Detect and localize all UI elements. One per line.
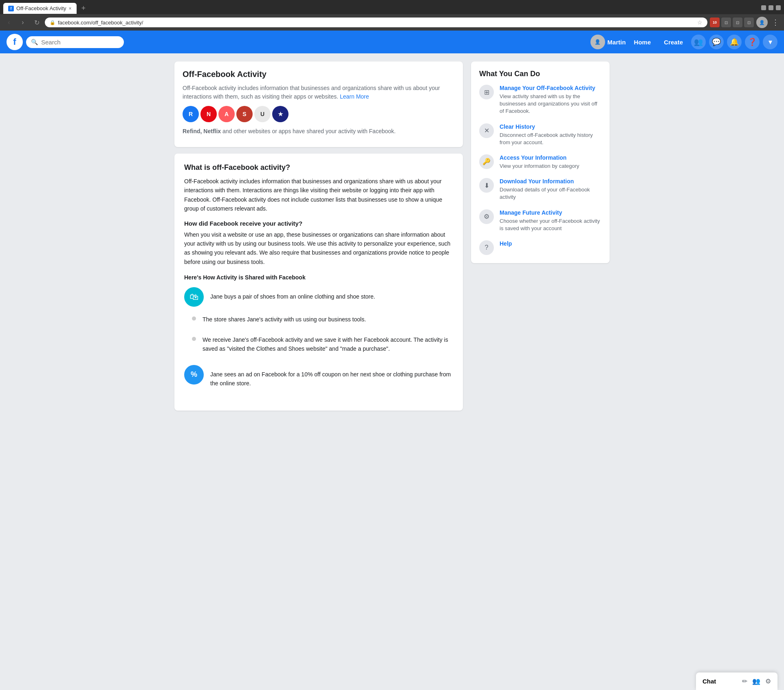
access-link[interactable]: Access Your Information: [500, 154, 601, 161]
action-clear[interactable]: ✕ Clear History Disconnect off-Facebook …: [479, 123, 601, 146]
action-help[interactable]: ? Help: [479, 240, 601, 255]
tab-favicon: f: [8, 6, 14, 11]
address-bar[interactable]: 🔒 facebook.com/off_facebook_activity/ ☆: [45, 18, 707, 27]
help-action-icon: ?: [479, 240, 494, 255]
action-manage[interactable]: ⊞ Manage Your Off-Facebook Activity View…: [479, 85, 601, 115]
app-icon-netflix: N: [200, 106, 217, 122]
story-item-1: 🛍 Jane buys a pair of shoes from an onli…: [184, 287, 453, 307]
story-text-2: Jane sees an ad on Facebook for a 10% of…: [210, 365, 453, 388]
browser-chrome: f Off-Facebook Activity × + ‹ › ↻ 🔒 face…: [0, 0, 784, 31]
future-link[interactable]: Manage Future Activity: [500, 209, 601, 216]
facebook-nav: 👤 Martin Home Create 👥 💬 🔔 ❓ ▾: [590, 35, 777, 49]
action-download[interactable]: ⬇ Download Your Information Download det…: [479, 178, 601, 201]
friends-icon[interactable]: 👥: [691, 35, 706, 49]
help-link[interactable]: Help: [500, 240, 601, 247]
info-title: What is off-Facebook activity?: [184, 163, 453, 172]
help-icon[interactable]: ❓: [745, 35, 760, 49]
left-panel: Off-Facebook Activity Off-Facebook activ…: [174, 62, 463, 411]
clear-icon: ✕: [479, 123, 494, 138]
app-icon-5: U: [254, 106, 271, 122]
how-title: How did Facebook receive your activity?: [184, 220, 453, 227]
future-icon: ⚙: [479, 209, 494, 224]
minimize-button[interactable]: [761, 5, 766, 10]
close-button[interactable]: [776, 5, 781, 10]
facebook-logo: f: [7, 34, 23, 50]
browser-menu-button[interactable]: ⋮: [770, 18, 781, 27]
browser-extensions: 10 ⊡ ⊡ ⊡: [710, 18, 754, 27]
app-icon-refind: R: [183, 106, 199, 122]
manage-link[interactable]: Manage Your Off-Facebook Activity: [500, 85, 601, 91]
forward-button[interactable]: ›: [17, 17, 29, 28]
back-button[interactable]: ‹: [3, 17, 15, 28]
story-item-2: % Jane sees an ad on Facebook for a 10% …: [184, 365, 453, 393]
hero-intro: Off-Facebook activity includes informati…: [183, 84, 455, 101]
refresh-button[interactable]: ↻: [31, 17, 42, 28]
activity-intro-text: Refind, Netflix and other websites or ap…: [183, 127, 455, 136]
action-access[interactable]: 🔑 Access Your Information View your info…: [479, 154, 601, 170]
messenger-icon[interactable]: 💬: [709, 35, 724, 49]
app-icons-row: R N A S U ★: [183, 106, 455, 122]
tab-close-button[interactable]: ×: [69, 6, 72, 11]
learn-more-link[interactable]: Learn More: [340, 93, 369, 100]
download-icon: ⬇: [479, 178, 494, 193]
access-content: Access Your Information View your inform…: [500, 154, 601, 170]
facebook-header: f 🔍 👤 Martin Home Create 👥 💬 🔔 ❓ ▾: [0, 31, 784, 53]
bullet-dot-2: [192, 337, 196, 341]
sidebar-title: What You Can Do: [479, 70, 601, 78]
sidebar-card: What You Can Do ⊞ Manage Your Off-Facebo…: [471, 62, 610, 263]
browser-toolbar: ‹ › ↻ 🔒 facebook.com/off_facebook_activi…: [0, 14, 784, 31]
how-shared-title: Here's How Activity is Shared with Faceb…: [184, 273, 453, 282]
lock-icon: 🔒: [50, 20, 55, 25]
ext-btn-1[interactable]: 10: [710, 18, 720, 27]
info-paragraph-1: Off-Facebook activity includes informati…: [184, 177, 453, 213]
new-tab-button[interactable]: +: [78, 2, 89, 14]
clear-description: Disconnect off-Facebook activity history…: [500, 132, 601, 146]
info-paragraph-2: When you visit a website or use an app, …: [184, 230, 453, 267]
action-future[interactable]: ⚙ Manage Future Activity Choose whether …: [479, 209, 601, 232]
download-link[interactable]: Download Your Information: [500, 178, 601, 185]
bullet-item-2: We receive Jane's off-Facebook activity …: [184, 335, 453, 358]
main-container: Off-Facebook Activity Off-Facebook activ…: [168, 62, 616, 411]
tab-bar: f Off-Facebook Activity × +: [0, 0, 784, 14]
ext-btn-4[interactable]: ⊡: [744, 18, 754, 27]
home-nav-link[interactable]: Home: [629, 35, 656, 49]
info-card: What is off-Facebook activity? Off-Faceb…: [174, 154, 463, 411]
manage-description: View activity shared with us by the busi…: [500, 93, 601, 115]
browser-profile-icon[interactable]: 👤: [756, 17, 768, 28]
search-input[interactable]: [41, 39, 115, 46]
search-box[interactable]: 🔍: [26, 36, 124, 48]
address-text: facebook.com/off_facebook_activity/: [58, 20, 695, 26]
app-icon-6: ★: [272, 106, 288, 122]
bookmark-icon[interactable]: ☆: [697, 19, 703, 26]
story-icon-2: %: [184, 365, 204, 385]
hero-card: Off-Facebook Activity Off-Facebook activ…: [174, 62, 463, 147]
download-content: Download Your Information Download detai…: [500, 178, 601, 201]
active-tab[interactable]: f Off-Facebook Activity ×: [3, 3, 77, 14]
user-profile-link[interactable]: 👤 Martin: [590, 35, 626, 49]
create-nav-link[interactable]: Create: [659, 35, 688, 49]
tab-title: Off-Facebook Activity: [16, 5, 66, 11]
notifications-icon[interactable]: 🔔: [727, 35, 742, 49]
ext-btn-2[interactable]: ⊡: [721, 18, 731, 27]
manage-content: Manage Your Off-Facebook Activity View a…: [500, 85, 601, 115]
access-description: View your information by category: [500, 163, 601, 170]
user-name: Martin: [608, 39, 626, 46]
right-panel: What You Can Do ⊞ Manage Your Off-Facebo…: [471, 62, 610, 411]
manage-icon: ⊞: [479, 85, 494, 99]
clear-link[interactable]: Clear History: [500, 123, 601, 130]
hero-title: Off-Facebook Activity: [183, 70, 455, 79]
story-text-1: Jane buys a pair of shoes from an online…: [210, 287, 375, 301]
app-icon-4: S: [236, 106, 253, 122]
access-icon: 🔑: [479, 154, 494, 169]
future-description: Choose whether your off-Facebook activit…: [500, 218, 601, 232]
account-menu-icon[interactable]: ▾: [763, 35, 777, 49]
ext-btn-3[interactable]: ⊡: [733, 18, 742, 27]
user-avatar: 👤: [590, 35, 605, 49]
restore-button[interactable]: [769, 5, 773, 10]
story-icon-1: 🛍: [184, 287, 204, 307]
app-icon-airbnb: A: [218, 106, 235, 122]
bullet-dot-1: [192, 316, 196, 321]
bullet-text-2: We receive Jane's off-Facebook activity …: [203, 335, 453, 354]
bullet-text-1: The store shares Jane's activity with us…: [203, 315, 453, 324]
clear-content: Clear History Disconnect off-Facebook ac…: [500, 123, 601, 146]
